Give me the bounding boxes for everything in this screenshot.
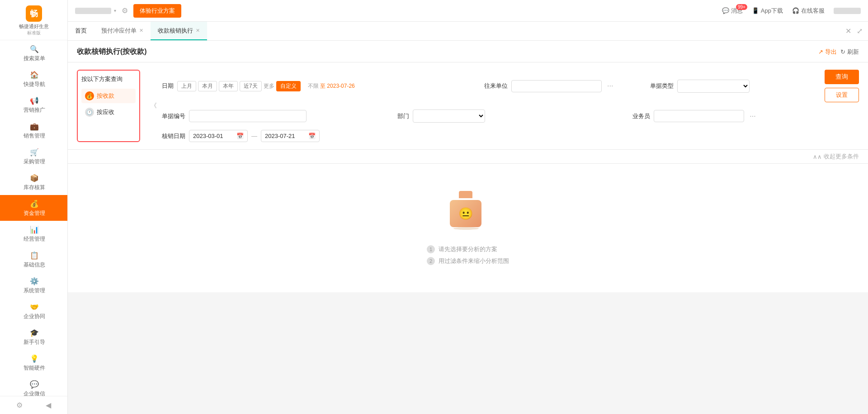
date-btn-last-month[interactable]: 上月 [177, 81, 196, 91]
tabbar: 首页预付冲应付单✕收款核销执行✕ ✕ ⤢ [68, 22, 868, 41]
tabbar-actions: ✕ ⤢ [845, 22, 868, 40]
date-no-limit-label: 不限 至 2023-07-26 [308, 82, 355, 90]
sidebar-item-hardware[interactable]: 💡智能硬件 [0, 350, 67, 376]
sidebar-item-quick-nav[interactable]: 🏠快捷导航 [0, 66, 67, 92]
filter-row-3: 核销日期 2023-03-01 📅 — 2023-07-21 📅 [162, 130, 859, 142]
verify-date-label: 核销日期 [162, 132, 185, 140]
voucher-label: 单据编号 [162, 112, 185, 120]
operations-icon: 📊 [30, 225, 39, 234]
filter-sidebar: 按以下方案查询 💰 按收款 🕐 按应收 [77, 70, 140, 142]
industry-solution-button[interactable]: 体验行业方案 [133, 4, 181, 18]
collapse-footer-icon[interactable]: ◀ [46, 401, 51, 409]
verify-date-start[interactable]: 2023-03-01 📅 [189, 130, 248, 142]
sidebar-item-marketing[interactable]: 📢营销推广 [0, 92, 67, 118]
staff-input[interactable] [654, 110, 744, 122]
sidebar-item-basic-info[interactable]: 📋基础信息 [0, 247, 67, 272]
dept-label: 部门 [397, 112, 409, 120]
staff-label: 业务员 [632, 112, 650, 120]
filter-collapse-button[interactable]: 《 [149, 92, 158, 119]
receipt-label: 按收款 [97, 92, 114, 100]
date-shortcuts: 上月 本月 本年 近7天 更多 自定义 [177, 81, 301, 91]
topbar-user-info[interactable] [834, 8, 861, 14]
sidebar-item-funds[interactable]: 💰资金管理 [0, 195, 67, 221]
sidebar-item-corp[interactable]: 🤝企业协同 [0, 298, 67, 324]
dept-filter-group: 部门 [397, 109, 624, 123]
logo-badge: 标准版 [27, 30, 41, 36]
sidebar-item-operations[interactable]: 📊经营管理 [0, 221, 67, 247]
staff-more-icon[interactable]: ··· [750, 112, 755, 120]
sidebar-item-inventory[interactable]: 📦库存核算 [0, 169, 67, 195]
topbar-app-download[interactable]: 📱 App下载 [752, 7, 783, 15]
partner-more-icon[interactable]: ··· [607, 82, 613, 90]
sales-icon: 💼 [30, 122, 39, 131]
tip-num-1: 1 [427, 245, 435, 253]
date-btn-this-month[interactable]: 本月 [198, 81, 217, 91]
filter-by-receivable[interactable]: 🕐 按应收 [81, 105, 136, 119]
close-tab-icon[interactable]: ✕ [845, 27, 851, 35]
settings-button[interactable]: 设置 [825, 88, 859, 102]
collapse-more-button[interactable]: ∧∧ 收起更多条件 [813, 152, 859, 161]
expand-tab-icon[interactable]: ⤢ [857, 27, 863, 35]
search-icon: 🔍 [30, 45, 39, 53]
doctype-filter-group: 单据类型 [650, 80, 807, 93]
refresh-button[interactable]: ↻ 刷新 [840, 48, 859, 56]
logo-text: 畅捷通好生意 [19, 23, 49, 30]
receivable-label: 按应收 [97, 108, 114, 116]
tab-home[interactable]: 首页 [68, 22, 94, 40]
date-btn-custom[interactable]: 自定义 [276, 81, 301, 91]
inventory-icon: 📦 [30, 174, 39, 182]
topbar-gear-icon[interactable]: ⚙ [122, 6, 128, 15]
date-btn-7days[interactable]: 近7天 [240, 81, 262, 91]
settings-footer-icon[interactable]: ⚙ [16, 401, 23, 409]
verify-end-value: 2023-07-21 [265, 133, 295, 139]
tab-close-collection[interactable]: ✕ [196, 28, 200, 33]
sidebar-item-wechat[interactable]: 💬企业微信 [0, 376, 67, 396]
action-buttons: 查询 设置 [825, 70, 859, 102]
page-header: 收款核销执行(按收款) ↗ 导出 ↻ 刷新 [68, 41, 868, 62]
brand-chevron-icon[interactable]: ▾ [114, 8, 116, 13]
doctype-label: 单据类型 [650, 82, 674, 90]
date-btn-this-year[interactable]: 本年 [219, 81, 238, 91]
receivable-icon: 🕐 [85, 108, 94, 117]
sidebar-item-system[interactable]: ⚙️系统管理 [0, 272, 67, 298]
dept-select[interactable] [413, 109, 485, 123]
verify-date-group: 核销日期 2023-03-01 📅 — 2023-07-21 📅 [162, 130, 859, 142]
sidebar-item-search[interactable]: 🔍搜索菜单 [0, 40, 67, 66]
query-button[interactable]: 查询 [825, 70, 859, 84]
search-panel: 按以下方案查询 💰 按收款 🕐 按应收 《 日期 [68, 62, 868, 150]
date-more-link[interactable]: 更多 [264, 82, 274, 90]
sidebar-logo: 畅 畅捷通好生意 标准版 [0, 0, 67, 40]
marketing-icon: 📢 [30, 96, 39, 105]
filter-by-receipt[interactable]: 💰 按收款 [81, 89, 136, 103]
wechat-icon: 💬 [30, 380, 39, 389]
tip-text-1: 请先选择要分析的方案 [439, 245, 497, 253]
sidebar: 畅 畅捷通好生意 标准版 🔍搜索菜单🏠快捷导航📢营销推广💼销售管理🛒采购管理📦库… [0, 0, 68, 414]
sidebar-item-sales[interactable]: 💼销售管理 [0, 118, 67, 143]
verify-date-end[interactable]: 2023-07-21 📅 [261, 130, 320, 142]
date-range: 2023-03-01 📅 — 2023-07-21 📅 [189, 130, 320, 142]
filter-sidebar-title: 按以下方案查询 [81, 75, 136, 83]
basic-info-icon: 📋 [30, 251, 39, 260]
tab-label-home: 首页 [75, 27, 87, 35]
topbar-online-service[interactable]: 🎧 在线客服 [792, 7, 825, 15]
export-button[interactable]: ↗ 导出 [818, 48, 837, 56]
tab-collection[interactable]: 收款核销执行✕ [151, 22, 207, 40]
service-icon: 🎧 [792, 7, 799, 14]
calendar-end-icon: 📅 [308, 133, 316, 139]
empty-tip-2: 2 用过滤条件来缩小分析范围 [427, 257, 509, 265]
quick-nav-icon: 🏠 [30, 71, 39, 79]
topbar-right: 💬 消息 99+ 📱 App下载 🎧 在线客服 [722, 7, 861, 15]
export-icon: ↗ [818, 48, 823, 55]
doctype-select[interactable] [677, 80, 750, 93]
corp-icon: 🤝 [30, 303, 39, 311]
partner-input[interactable] [511, 80, 602, 92]
collapse-more-bar: ∧∧ 收起更多条件 [68, 150, 868, 164]
message-badge: 99+ [736, 4, 747, 10]
sidebar-item-purchase[interactable]: 🛒采购管理 [0, 143, 67, 169]
brand-text [75, 8, 111, 14]
tab-prepay[interactable]: 预付冲应付单✕ [94, 22, 151, 40]
sidebar-item-guide[interactable]: 🎓新手引导 [0, 324, 67, 350]
voucher-input[interactable] [189, 110, 307, 122]
topbar-message-button[interactable]: 💬 消息 99+ [722, 7, 743, 15]
tab-close-prepay[interactable]: ✕ [139, 28, 143, 33]
